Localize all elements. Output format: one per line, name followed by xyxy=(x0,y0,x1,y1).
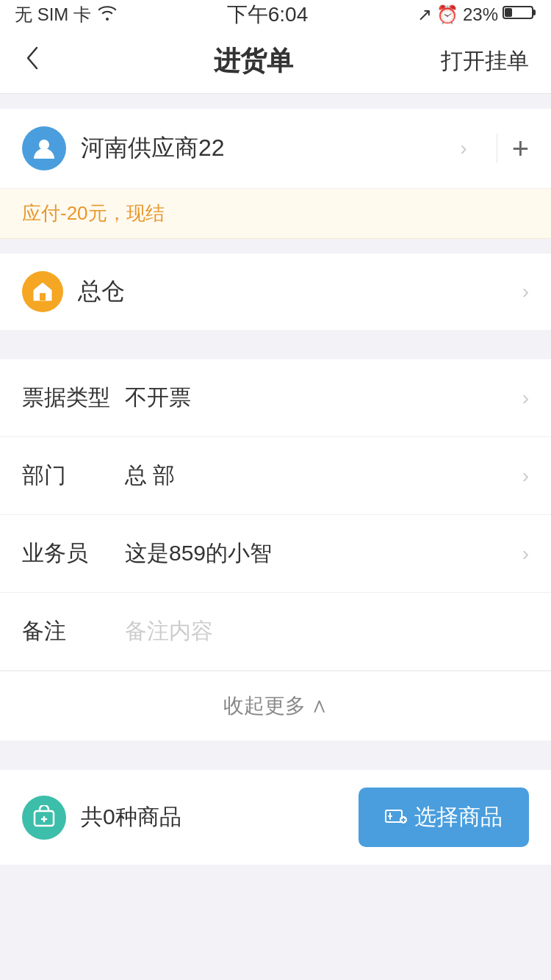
open-pending-button[interactable]: 打开挂单 xyxy=(441,46,529,76)
nav-bar: 进货单 打开挂单 xyxy=(0,29,551,94)
collapse-button[interactable]: 收起更多 ∧ xyxy=(0,671,551,741)
select-products-label: 选择商品 xyxy=(414,802,503,832)
warehouse-row[interactable]: 总仓 › xyxy=(0,253,551,330)
svg-rect-1 xyxy=(533,10,536,15)
add-supplier-button[interactable]: + xyxy=(512,132,529,165)
supplier-name: 河南供应商22 xyxy=(81,132,460,165)
page-title: 进货单 xyxy=(214,43,293,79)
invoice-row[interactable]: 票据类型 不开票 › xyxy=(0,359,551,437)
alarm-icon: ⏰ xyxy=(436,4,458,25)
status-left: 无 SIM 卡 xyxy=(15,3,118,26)
product-icon xyxy=(22,796,66,840)
warehouse-section[interactable]: 总仓 › xyxy=(0,253,551,330)
battery-text: 23% xyxy=(463,4,498,25)
svg-rect-4 xyxy=(40,293,46,300)
salesman-value: 这是859的小智 xyxy=(125,538,522,569)
carrier-text: 无 SIM 卡 xyxy=(15,3,91,26)
svg-rect-2 xyxy=(505,8,512,17)
back-button[interactable] xyxy=(22,42,66,81)
status-bar: 无 SIM 卡 下午6:04 ↗ ⏰ 23% xyxy=(0,0,551,29)
department-label: 部门 xyxy=(22,461,125,491)
remarks-input[interactable]: 备注内容 xyxy=(125,616,529,646)
supplier-section: 河南供应商22 › + 应付-20元，现结 xyxy=(0,109,551,239)
salesman-row[interactable]: 业务员 这是859的小智 › xyxy=(0,515,551,593)
salesman-chevron-icon: › xyxy=(522,542,529,566)
remarks-row[interactable]: 备注 备注内容 xyxy=(0,593,551,671)
wifi-icon xyxy=(97,4,118,25)
supplier-avatar xyxy=(22,126,66,170)
svg-point-3 xyxy=(39,140,49,150)
form-section: 票据类型 不开票 › 部门 总 部 › 业务员 这是859的小智 › 备注 备注… xyxy=(0,359,551,741)
department-chevron-icon: › xyxy=(522,464,529,488)
supplier-chevron-icon: › xyxy=(460,137,467,160)
battery-icon xyxy=(503,4,536,25)
invoice-chevron-icon: › xyxy=(522,386,529,410)
department-value: 总 部 xyxy=(125,461,522,491)
remarks-label: 备注 xyxy=(22,616,125,646)
invoice-label: 票据类型 xyxy=(22,383,125,413)
department-row[interactable]: 部门 总 部 › xyxy=(0,437,551,515)
time-display: 下午6:04 xyxy=(227,1,309,29)
select-products-button[interactable]: 选择商品 xyxy=(359,788,529,847)
warehouse-name: 总仓 xyxy=(78,275,522,308)
product-count-text: 共0种商品 xyxy=(81,802,359,832)
location-icon: ↗ xyxy=(417,4,432,25)
section-gap-2 xyxy=(0,239,551,253)
warehouse-icon xyxy=(22,271,63,312)
section-gap-4 xyxy=(0,741,551,755)
notice-bar: 应付-20元，现结 xyxy=(0,189,551,239)
status-right: ↗ ⏰ 23% xyxy=(417,4,536,25)
section-gap-1 xyxy=(0,94,551,109)
salesman-label: 业务员 xyxy=(22,538,125,569)
warehouse-chevron-icon: › xyxy=(522,280,529,303)
product-section: 共0种商品 选择商品 xyxy=(0,770,551,865)
select-products-icon xyxy=(385,805,407,830)
invoice-value: 不开票 xyxy=(125,383,522,413)
section-gap-3 xyxy=(0,330,551,345)
supplier-divider xyxy=(497,134,497,163)
supplier-row[interactable]: 河南供应商22 › + xyxy=(0,109,551,189)
